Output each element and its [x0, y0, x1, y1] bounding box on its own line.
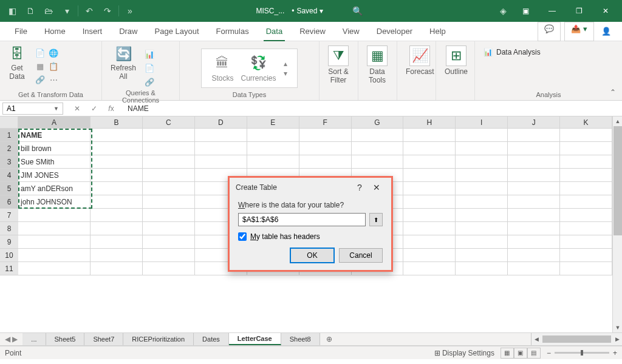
sheet-tab-more[interactable]: ...	[22, 333, 46, 345]
row-header-7[interactable]: 7	[0, 209, 18, 222]
sheet-nav[interactable]: ◀ ▶	[0, 333, 22, 345]
stocks-datatype[interactable]: 🏛 Stocks	[211, 54, 233, 83]
sheet-tab-lettercase[interactable]: LetterCase	[229, 333, 281, 345]
maximize-button[interactable]: ❐	[566, 0, 592, 22]
tab-insert[interactable]: Insert	[75, 22, 110, 41]
cell-a6[interactable]: john JOHNSON	[18, 195, 91, 209]
ok-button[interactable]: OK	[290, 248, 334, 263]
hscroll-right-icon[interactable]: ▶	[612, 334, 622, 344]
row-header-2[interactable]: 2	[0, 142, 18, 155]
from-web-icon[interactable]: 🌐	[47, 47, 60, 59]
tab-view[interactable]: View	[335, 22, 367, 41]
add-sheet-button[interactable]: ⊕	[320, 333, 338, 345]
row-header-6[interactable]: 6	[0, 195, 18, 209]
col-header-d[interactable]: D	[195, 116, 247, 128]
from-table-icon[interactable]: ▦	[34, 60, 46, 72]
sort-filter-button[interactable]: ⧩ Sort & Filter	[324, 43, 352, 87]
ribbon-display-icon[interactable]: ▣	[513, 0, 538, 22]
get-data-button[interactable]: 🗄 Get Data	[5, 43, 29, 84]
page-layout-view-icon[interactable]: ▣	[514, 348, 527, 359]
search-icon[interactable]: 🔍	[349, 2, 366, 19]
tab-developer[interactable]: Developer	[369, 22, 420, 41]
currencies-datatype[interactable]: 💱 Currencies	[241, 54, 276, 83]
close-button[interactable]: ✕	[593, 0, 618, 22]
autosave-toggle[interactable]: ◧	[4, 2, 21, 19]
scroll-thumb[interactable]	[613, 126, 622, 235]
tab-formulas[interactable]: Formulas	[209, 22, 256, 41]
horizontal-scrollbar[interactable]: ◀ ▶	[531, 333, 622, 345]
tab-home[interactable]: Home	[37, 22, 73, 41]
vertical-scrollbar[interactable]: ▲ ▼	[612, 116, 622, 332]
tab-file[interactable]: File	[7, 22, 35, 41]
col-header-a[interactable]: A	[18, 116, 91, 128]
properties-icon[interactable]: 📄	[145, 62, 154, 74]
datatype-gallery[interactable]: 🏛 Stocks 💱 Currencies ▴ ▾	[201, 49, 297, 88]
save-status[interactable]: • Saved ▾	[292, 7, 323, 15]
dialog-titlebar[interactable]: Create Table ? ✕	[230, 178, 391, 197]
sheet-tab-dates[interactable]: Dates	[194, 333, 229, 345]
cell-a4[interactable]: JIM JONES	[18, 169, 91, 182]
dialog-close-icon[interactable]: ✕	[368, 180, 385, 195]
comments-button[interactable]: 💬	[538, 22, 561, 41]
collapse-ribbon-icon[interactable]: ⌃	[610, 88, 616, 96]
row-header-1[interactable]: 1	[0, 129, 18, 142]
sheet-tab-sheet7[interactable]: Sheet7	[84, 333, 123, 345]
tab-page-layout[interactable]: Page Layout	[148, 22, 207, 41]
more-qat-icon[interactable]: »	[121, 2, 138, 19]
more-sources-icon[interactable]: ⋯	[47, 73, 60, 86]
page-break-view-icon[interactable]: ▤	[527, 348, 541, 359]
zoom-in-button[interactable]: +	[613, 349, 617, 357]
new-file-icon[interactable]: 🗋	[22, 2, 39, 19]
edit-links-icon[interactable]: 🔗	[145, 76, 154, 88]
col-header-j[interactable]: J	[508, 116, 560, 128]
col-header-i[interactable]: I	[456, 116, 508, 128]
forecast-button[interactable]: 📈 Forecast	[402, 43, 438, 78]
account-icon[interactable]: 👤	[598, 22, 615, 41]
dialog-help-icon[interactable]: ?	[351, 180, 368, 195]
cancel-formula-icon[interactable]: ✕	[70, 103, 84, 115]
tab-draw[interactable]: Draw	[112, 22, 145, 41]
cell-a2[interactable]: bill brown	[18, 142, 91, 155]
from-text-icon[interactable]: 📄	[34, 47, 46, 59]
name-box[interactable]: A1 ▼	[2, 103, 63, 115]
hscroll-thumb[interactable]	[542, 335, 611, 343]
refresh-all-button[interactable]: 🔄 Refresh All	[107, 43, 140, 84]
queries-icon[interactable]: 📊	[145, 48, 154, 60]
col-header-k[interactable]: K	[560, 116, 612, 128]
zoom-out-button[interactable]: −	[547, 349, 551, 357]
name-box-dropdown-icon[interactable]: ▼	[53, 106, 59, 112]
datatype-down-icon[interactable]: ▾	[284, 69, 287, 78]
enter-formula-icon[interactable]: ✓	[87, 103, 101, 115]
cell-a1[interactable]: NAME	[18, 129, 91, 142]
share-button[interactable]: 📤 ▾	[564, 22, 594, 41]
normal-view-icon[interactable]: ▦	[501, 348, 514, 359]
row-header-5[interactable]: 5	[0, 182, 18, 195]
tab-data[interactable]: Data	[259, 22, 290, 41]
col-header-b[interactable]: B	[91, 116, 143, 128]
scroll-up-icon[interactable]: ▲	[613, 116, 622, 126]
fx-icon[interactable]: fx	[104, 103, 118, 115]
existing-conn-icon[interactable]: 🔗	[34, 73, 46, 86]
cell-a5[interactable]: amY anDERson	[18, 182, 91, 195]
row-header-9[interactable]: 9	[0, 235, 18, 249]
minimize-button[interactable]: —	[539, 0, 565, 22]
sheet-tab-sheet5[interactable]: Sheet5	[46, 333, 85, 345]
tab-help[interactable]: Help	[422, 22, 453, 41]
headers-checkbox[interactable]	[238, 232, 247, 241]
col-header-c[interactable]: C	[143, 116, 195, 128]
datatype-up-icon[interactable]: ▴	[284, 59, 287, 68]
hscroll-left-icon[interactable]: ◀	[531, 334, 541, 344]
cell-a3[interactable]: Sue SMith	[18, 155, 91, 169]
display-settings-button[interactable]: ⊞ Display Settings	[434, 349, 494, 357]
table-range-input[interactable]	[238, 213, 366, 226]
premium-icon[interactable]: ◈	[494, 2, 511, 19]
col-header-g[interactable]: G	[352, 116, 404, 128]
sheet-tab-sheet8[interactable]: Sheet8	[281, 333, 320, 345]
row-header-10[interactable]: 10	[0, 249, 18, 262]
undo-icon[interactable]: ↶	[81, 2, 98, 19]
sheet-tab-rice[interactable]: RICEPrioritization	[123, 333, 194, 345]
scroll-down-icon[interactable]: ▼	[613, 323, 622, 332]
formula-input[interactable]: NAME	[123, 104, 622, 113]
select-all-corner[interactable]	[0, 116, 18, 129]
col-header-h[interactable]: H	[403, 116, 456, 128]
